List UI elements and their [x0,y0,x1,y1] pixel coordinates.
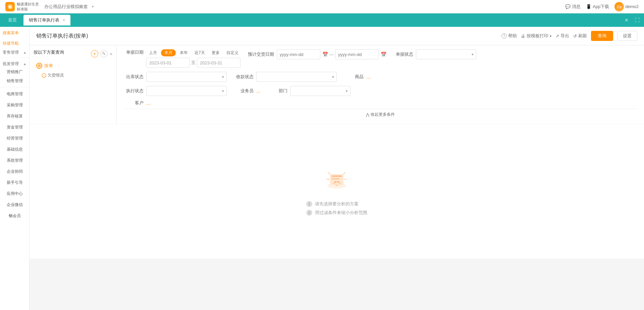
edit-scheme-button[interactable]: ✎ [100,50,108,57]
date-tab-last-month[interactable]: 上月 [146,49,160,56]
page-header: 销售订单执行表(按单) ? 帮助 🖨 按模板打印 ▾ ↗ 导出 ↺ 刷新 [30,27,644,45]
collapse-more-button[interactable]: ⋀ 收起更多条件 [123,109,637,120]
svg-text:!: ! [44,74,44,78]
sidebar-item-system[interactable]: 系统管理 [0,155,29,166]
sidebar-quick-nav[interactable]: 快捷导航 [0,37,29,48]
outbound-status-label: 出库状态 [123,74,144,80]
add-scheme-button[interactable]: + [91,50,98,57]
app-title: 办公用品行业模拟账套 [44,4,88,10]
estimated-delivery-start-input[interactable] [277,49,320,59]
sidebar-item-finance[interactable]: 资金管理 [0,122,29,133]
tip-num-2: 2 [306,210,312,216]
estimated-delivery-filter: 预计交货日期 📅 — 📅 [248,49,386,59]
filter-right: 单据日期 上月 本月 本年 近7天 更多 自定义 [117,45,644,124]
tab-home[interactable]: 首页 [3,15,22,25]
svg-rect-9 [331,178,339,179]
sidebar-group-retail: 零售管理 ▲ [0,48,29,58]
page-title: 销售订单执行表(按单) [36,33,88,40]
order-status-label: 单据状态 [393,51,413,57]
user-area[interactable]: Ea demo2 [614,2,639,11]
sidebar-search[interactable]: 搜索菜单 [0,27,29,37]
sidebar-item-operation[interactable]: 经营管理 [0,133,29,144]
avatar: Ea [614,2,624,11]
window-close-button[interactable]: ✕ [623,16,631,24]
refresh-button[interactable]: ↺ 刷新 [573,33,587,39]
sidebar-item-corp-wechat[interactable]: 企业微信 [0,199,29,210]
main-layout: 搜索菜单 快捷导航 零售管理 ▲ 批发管理 ▲ 营销推广 销售管理 电商管理 采… [0,27,644,310]
search-button[interactable]: 查询 [591,31,613,41]
date-separator: 至 [191,60,196,66]
estimated-delivery-end-input[interactable] [335,49,379,59]
tab-close-icon[interactable]: × [63,18,65,22]
tip-num-1: 1 [306,201,312,207]
department-select[interactable] [290,86,351,96]
date-tab-last-7[interactable]: 近7天 [192,49,208,56]
filter-panel: 按以下方案查询 + ✎ « 按单 ! 欠货情况 [30,45,644,124]
product-picker-button[interactable]: ... [366,74,371,80]
sidebar-item-inventory[interactable]: 库存核算 [0,111,29,122]
settings-button[interactable]: 设置 [617,31,637,41]
collapse-scheme-panel-button[interactable]: « [110,51,112,56]
date-separator2: — [329,52,334,57]
tab-sales-order[interactable]: 销售订单执行表 × [23,15,70,25]
tab-bar-right: ✕ ⛶ [623,16,641,24]
scheme-item-按单[interactable]: 按单 [34,61,112,71]
window-maximize-button[interactable]: ⛶ [633,16,641,24]
scheme-icon [36,63,42,69]
sidebar-item-enterprise[interactable]: 企业协同 [0,166,29,177]
sidebar-item-wholesale[interactable]: 批发管理 ▲ [0,59,29,67]
sidebar-item-app-center[interactable]: 应用中心 [0,188,29,199]
customer-filter: 客户 ... [123,100,151,106]
filter-row3: 执行状态 业务员 ... 部门 [123,86,637,96]
order-status-select[interactable] [416,49,476,59]
sub-scheme-欠货情况[interactable]: ! 欠货情况 [34,71,112,80]
app-download-button[interactable]: 📱 App下载 [586,4,609,10]
order-status-filter: 单据状态 [393,49,476,59]
product-filter: 商品 ... [343,74,371,80]
message-button[interactable]: 💬 消息 [565,4,581,10]
app-title-arrow-icon[interactable]: ▾ [92,5,94,8]
sidebar-item-purchase[interactable]: 采购管理 [0,100,29,111]
salesperson-picker-button[interactable]: ... [256,88,261,94]
date-tab-this-year[interactable]: 本年 [177,49,191,56]
sidebar-item-vip[interactable]: 畅会员 [0,210,29,221]
wholesale-arrow-icon: ▲ [23,62,26,66]
sidebar-item-basic[interactable]: 基础信息 [0,144,29,155]
export-button[interactable]: ↗ 导出 [555,33,569,39]
payment-status-label: 收款状态 [233,74,254,80]
date-tab-this-month[interactable]: 本月 [161,49,176,56]
outbound-status-select[interactable] [146,72,227,82]
execution-status-select[interactable] [146,86,227,96]
sidebar-item-ecommerce[interactable]: 电商管理 [0,89,29,100]
calendar-icon-start[interactable]: 📅 [322,52,328,57]
sub-scheme-icon: ! [42,73,46,78]
sidebar-item-marketing[interactable]: 营销推广 [0,67,29,76]
execution-status-select-wrap [146,86,227,96]
calendar-icon-end[interactable]: 📅 [381,52,386,57]
svg-text:畅: 畅 [8,5,12,9]
collapse-icon: ⋀ [366,112,369,117]
empty-tip-1: 1 请先选择要分析的方案 [306,201,367,207]
sidebar-item-newbie[interactable]: 新手引导 [0,177,29,188]
date-start-input[interactable] [146,58,190,68]
svg-point-3 [39,65,40,66]
execution-status-filter: 执行状态 [123,86,227,96]
template-print-button[interactable]: 🖨 按模板打印 ▾ [521,33,551,39]
date-tab-more[interactable]: 更多 [209,49,222,56]
empty-tips: 1 请先选择要分析的方案 2 用过滤条件来缩小分析范围 [306,201,367,216]
help-button[interactable]: ? 帮助 [501,33,517,39]
date-tab-custom[interactable]: 自定义 [224,49,241,56]
customer-picker-button[interactable]: ... [146,100,151,106]
salesperson-filter: 业务员 ... [233,88,261,94]
salesperson-label: 业务员 [233,88,254,94]
retail-arrow-icon: ▲ [23,51,26,54]
content-area: 销售订单执行表(按单) ? 帮助 🖨 按模板打印 ▾ ↗ 导出 ↺ 刷新 [30,27,644,310]
filter-left: 按以下方案查询 + ✎ « 按单 ! 欠货情况 [30,45,117,124]
sidebar-item-sales[interactable]: 销售管理 [0,76,29,86]
payment-status-select[interactable] [256,72,337,82]
empty-tip-2: 2 用过滤条件来缩小分析范围 [306,210,367,216]
empty-state: 1 请先选择要分析的方案 2 用过滤条件来缩小分析范围 [30,124,644,259]
payment-status-filter: 收款状态 [233,72,337,82]
date-end-input[interactable] [197,58,240,68]
sidebar-item-retail[interactable]: 零售管理 ▲ [0,48,29,56]
